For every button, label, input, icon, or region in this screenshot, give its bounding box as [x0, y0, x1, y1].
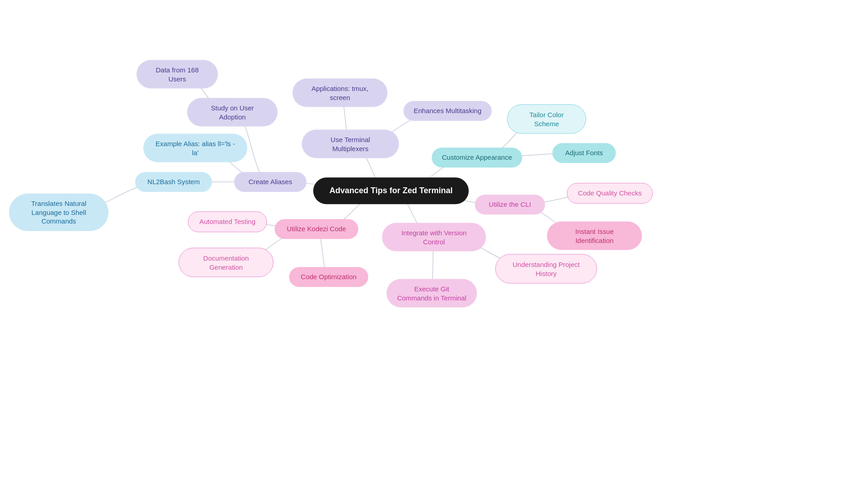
node-applications[interactable]: Applications: tmux, screen [292, 79, 387, 107]
node-use-multiplexers[interactable]: Use Terminal Multiplexers [302, 130, 399, 158]
node-execute-git[interactable]: Execute Git Commands in Terminal [387, 279, 477, 308]
node-enhances[interactable]: Enhances Multitasking [404, 101, 492, 121]
node-create-aliases[interactable]: Create Aliases [234, 172, 307, 192]
node-customize[interactable]: Customize Appearance [432, 147, 522, 167]
node-integrate-vc[interactable]: Integrate with Version Control [382, 223, 486, 252]
node-code-quality[interactable]: Code Quality Checks [567, 183, 653, 204]
node-automated-testing[interactable]: Automated Testing [188, 211, 267, 232]
node-tailor-color[interactable]: Tailor Color Scheme [507, 105, 586, 134]
node-nl2bash[interactable]: NL2Bash System [135, 172, 212, 192]
node-utilize-cli[interactable]: Utilize the CLI [475, 195, 545, 214]
node-understand-history[interactable]: Understanding Project History [495, 254, 597, 284]
node-code-optimization[interactable]: Code Optimization [289, 267, 368, 287]
node-doc-generation[interactable]: Documentation Generation [179, 248, 274, 277]
node-instant-issue[interactable]: Instant Issue Identification [547, 222, 642, 250]
node-example-alias[interactable]: Example Alias: alias ll='ls -la' [143, 134, 247, 162]
node-translates[interactable]: Translates Natural Language to Shell Com… [9, 194, 108, 231]
mindmap-canvas: Advanced Tips for Zed TerminalTranslates… [0, 0, 868, 490]
node-data-users[interactable]: Data from 168 Users [137, 60, 218, 89]
node-adjust-fonts[interactable]: Adjust Fonts [552, 143, 616, 163]
node-utilize-kodezi[interactable]: Utilize Kodezi Code [275, 219, 359, 239]
node-center[interactable]: Advanced Tips for Zed Terminal [313, 177, 469, 204]
node-study-user[interactable]: Study on User Adoption [187, 98, 278, 127]
